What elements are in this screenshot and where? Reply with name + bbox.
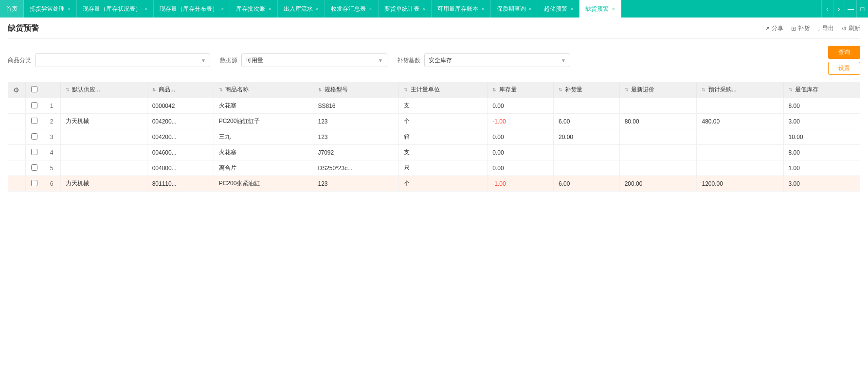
nav-next-btn[interactable]: › xyxy=(833,0,845,18)
row-index: 1 xyxy=(43,98,60,114)
tab-collect-summary-label: 收发存汇总表 xyxy=(331,5,366,13)
select-all-checkbox[interactable] xyxy=(31,86,37,92)
row-min-stock: 1.00 xyxy=(783,160,860,176)
settings-button[interactable]: 设置 xyxy=(828,62,860,75)
refresh-btn[interactable]: ↺ 刷新 xyxy=(842,24,860,33)
row-index: 4 xyxy=(43,145,60,160)
row-min-stock: 8.00 xyxy=(783,98,860,114)
row-unit: 箱 xyxy=(399,129,488,145)
row-product-code: 0000042 xyxy=(147,98,214,114)
row-spec: DS250*23c... xyxy=(313,160,399,176)
tab-home-label: 首页 xyxy=(6,5,18,13)
tab-inout-flow[interactable]: 出入库流水 × xyxy=(278,0,325,18)
row-stock: 0.00 xyxy=(488,160,554,176)
row-checkbox-cell[interactable] xyxy=(25,129,43,145)
row-checkbox-cell[interactable] xyxy=(25,114,43,129)
col-estimated-purchase-header[interactable]: ⇅ 预计采购... xyxy=(697,82,783,98)
header-actions: ↗ 分享 ⊞ 补货 ↓ 导出 ↺ 刷新 xyxy=(765,24,860,33)
top-nav: 首页 拣货异常处理 × 现存量（库存状况表） × 现存量（库存分布表） × 库存… xyxy=(0,0,868,18)
tab-overstock[interactable]: 超储预警 × xyxy=(538,0,579,18)
col-checkbox-header[interactable] xyxy=(25,82,43,98)
row-gear-cell xyxy=(8,145,25,160)
tab-inventory-dist-close[interactable]: × xyxy=(221,6,224,12)
replenish-base-select[interactable]: 安全库存 ▼ xyxy=(424,53,570,67)
row-checkbox-cell[interactable] xyxy=(25,176,43,192)
min-stock-sort-icon: ⇅ xyxy=(789,88,793,92)
col-gear[interactable]: ⚙ xyxy=(8,82,25,98)
tab-exception-close[interactable]: × xyxy=(68,6,71,12)
row-checkbox-cell[interactable] xyxy=(25,98,43,114)
supplier-sort-icon: ⇅ xyxy=(66,88,70,92)
tab-exception[interactable]: 拣货异常处理 × xyxy=(24,0,77,18)
nav-prev-btn[interactable]: ‹ xyxy=(821,0,833,18)
tab-collect-summary[interactable]: 收发存汇总表 × xyxy=(325,0,378,18)
query-button[interactable]: 查询 xyxy=(828,46,860,59)
tab-available-ledger[interactable]: 可用量库存账本 × xyxy=(432,0,490,18)
category-arrow-icon: ▼ xyxy=(201,58,206,63)
export-btn[interactable]: ↓ 导出 xyxy=(817,24,834,33)
row-checkbox-1[interactable] xyxy=(31,118,37,124)
tab-expiry-close[interactable]: × xyxy=(529,6,532,12)
row-min-stock: 3.00 xyxy=(783,114,860,129)
datasource-arrow-icon: ▼ xyxy=(378,58,383,63)
share-btn[interactable]: ↗ 分享 xyxy=(765,24,783,33)
tab-expiry-label: 保质期查询 xyxy=(497,5,526,13)
tab-inventory-status[interactable]: 现存量（库存状况表） × xyxy=(77,0,153,18)
row-estimated-purchase xyxy=(697,98,783,114)
row-checkbox-0[interactable] xyxy=(31,102,37,108)
row-checkbox-4[interactable] xyxy=(31,164,37,171)
row-product-code: 004600... xyxy=(147,145,214,160)
export-label: 导出 xyxy=(822,24,834,33)
tab-exception-label: 拣货异常处理 xyxy=(30,5,65,13)
stock-sort-icon: ⇅ xyxy=(492,88,496,92)
tab-expiry[interactable]: 保质期查询 × xyxy=(491,0,538,18)
row-checkbox-cell[interactable] xyxy=(25,145,43,160)
row-checkbox-5[interactable] xyxy=(31,180,37,186)
row-gear-cell xyxy=(8,114,25,129)
col-stock-header[interactable]: ⇅ 库存量 xyxy=(488,82,554,98)
tab-order-stat[interactable]: 要货单统计表 × xyxy=(379,0,432,18)
tab-available-ledger-close[interactable]: × xyxy=(481,6,484,12)
table-row: 1 0000042 火花塞 SS816 支 0.00 8.00 xyxy=(8,98,860,114)
col-product-code-header[interactable]: ⇅ 商品... xyxy=(147,82,214,98)
nav-maximize-btn[interactable]: □ xyxy=(856,0,868,18)
tab-inventory-dist-label: 现存量（库存分布表） xyxy=(160,5,218,13)
tab-order-stat-close[interactable]: × xyxy=(422,6,425,12)
unit-sort-icon: ⇅ xyxy=(404,88,408,92)
col-replenish-header[interactable]: ⇅ 补货量 xyxy=(554,82,620,98)
tab-shortage-close[interactable]: × xyxy=(612,6,615,12)
col-spec-header[interactable]: ⇅ 规格型号 xyxy=(313,82,399,98)
row-checkbox-2[interactable] xyxy=(31,133,37,140)
nav-minimize-btn[interactable]: — xyxy=(845,0,856,18)
tab-overstock-close[interactable]: × xyxy=(570,6,573,12)
replenish-base-arrow-icon: ▼ xyxy=(561,58,566,63)
col-supplier-header[interactable]: ⇅ 默认供应... xyxy=(60,82,147,98)
row-estimated-purchase: 480.00 xyxy=(697,114,783,129)
tab-collect-summary-close[interactable]: × xyxy=(369,6,372,12)
row-product-name: 离合片 xyxy=(214,160,313,176)
row-checkbox-3[interactable] xyxy=(31,149,37,155)
refresh-icon: ↺ xyxy=(842,25,847,32)
tab-batch-close[interactable]: × xyxy=(268,6,271,12)
col-index-header xyxy=(43,82,60,98)
tab-inout-flow-close[interactable]: × xyxy=(316,6,319,12)
row-unit: 个 xyxy=(399,114,488,129)
row-gear-cell xyxy=(8,176,25,192)
page-header: 缺货预警 ↗ 分享 ⊞ 补货 ↓ 导出 ↺ 刷新 xyxy=(8,18,860,39)
gear-settings-icon[interactable]: ⚙ xyxy=(13,86,19,94)
replenish-btn[interactable]: ⊞ 补货 xyxy=(791,24,810,33)
tab-inventory-dist[interactable]: 现存量（库存分布表） × xyxy=(154,0,230,18)
tab-inventory-status-close[interactable]: × xyxy=(144,6,147,12)
row-product-name: 三九 xyxy=(214,129,313,145)
datasource-select[interactable]: 可用量 ▼ xyxy=(241,53,387,67)
category-select[interactable]: ▼ xyxy=(35,53,210,67)
col-min-stock-header[interactable]: ⇅ 最低库存 xyxy=(783,82,860,98)
row-checkbox-cell[interactable] xyxy=(25,160,43,176)
tab-shortage[interactable]: 缺货预警 × xyxy=(579,0,621,18)
tab-home[interactable]: 首页 xyxy=(0,0,24,18)
col-latest-price-header[interactable]: ⇅ 最新进价 xyxy=(619,82,697,98)
tab-batch[interactable]: 库存批次账 × xyxy=(230,0,277,18)
table-row: 5 004800... 离合片 DS250*23c... 只 0.00 1.00 xyxy=(8,160,860,176)
col-unit-header[interactable]: ⇅ 主计量单位 xyxy=(399,82,488,98)
col-product-name-header[interactable]: ⇅ 商品名称 xyxy=(214,82,313,98)
